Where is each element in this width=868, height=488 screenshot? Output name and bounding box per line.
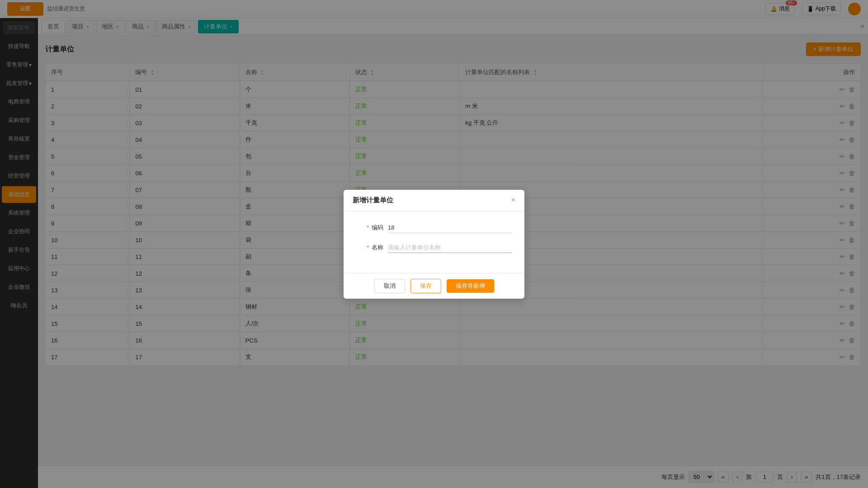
name-input[interactable]: [388, 242, 512, 253]
modal-title: 新增计量单位: [353, 196, 393, 205]
modal-header: 新增计量单位 ×: [344, 190, 524, 211]
code-label: * 编码: [356, 224, 383, 232]
modal-footer: 取消 保存 保存并新增: [344, 273, 524, 299]
name-label: * 名称: [356, 244, 383, 252]
modal-close-button[interactable]: ×: [511, 196, 515, 204]
modal-body: * 编码 * 名称: [344, 211, 524, 273]
name-form-row: * 名称: [356, 242, 512, 253]
save-button[interactable]: 保存: [410, 279, 441, 293]
code-input[interactable]: [388, 222, 512, 233]
save-add-button[interactable]: 保存并新增: [447, 279, 494, 293]
required-star-name: *: [367, 244, 369, 251]
cancel-button[interactable]: 取消: [374, 279, 405, 293]
code-form-row: * 编码: [356, 222, 512, 233]
required-star-code: *: [367, 224, 369, 231]
modal-overlay[interactable]: 新增计量单位 × * 编码 * 名称 取消 保存 保存并新增: [0, 0, 868, 488]
add-unit-modal: 新增计量单位 × * 编码 * 名称 取消 保存 保存并新增: [344, 190, 524, 299]
